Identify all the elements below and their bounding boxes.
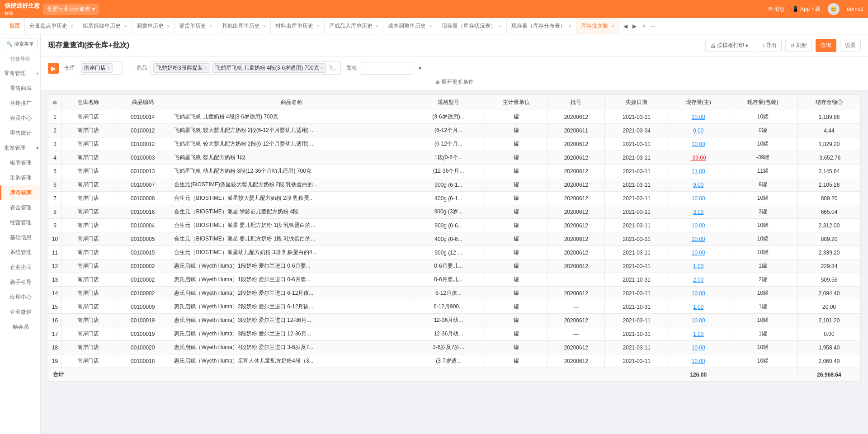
nav-menu-btn[interactable]: ⋯ (649, 22, 657, 30)
row-qty-main[interactable]: 3.00 (669, 205, 728, 219)
tag-close-icon[interactable]: × (321, 66, 323, 71)
tab-diaopai[interactable]: 调拨单历史× (132, 18, 175, 34)
sidebar-item-retail-mgmt[interactable]: 零售管理 ▾ (0, 66, 40, 81)
row-qty-main[interactable]: 9.00 (669, 178, 728, 192)
row-qty-main[interactable]: 0.00 (669, 124, 728, 137)
tag-close-icon[interactable]: × (204, 66, 207, 71)
sidebar-item-member-vip[interactable]: 畅会员 (0, 320, 40, 335)
tab-cailiaochu[interactable]: 材料出库单历史× (271, 18, 324, 34)
product-tag-1[interactable]: 飞鹤奶粉3段两提装 × (153, 63, 210, 73)
filter-expand-btn[interactable]: ▶ (48, 63, 59, 74)
sidebar-item-purchase[interactable]: 采购管理 (0, 170, 40, 185)
row-qty-main[interactable]: 10.00 (669, 192, 728, 205)
row-qty-pkg: 0罐 (728, 124, 797, 137)
refresh-btn[interactable]: ↺ 刷新 (785, 39, 812, 52)
account-selector[interactable]: 母婴行业演示账套 ▾ (43, 4, 99, 15)
sidebar-item-apps[interactable]: 应用中心 (0, 290, 40, 305)
close-icon[interactable]: × (376, 24, 378, 29)
row-qty-main[interactable]: 10.00 (669, 137, 728, 151)
sidebar-item-wholesale[interactable]: 批发管理 ▾ (0, 141, 40, 156)
row-qty-main[interactable]: 10.00 (669, 219, 728, 232)
nav-close-btn[interactable]: × (640, 22, 648, 30)
warehouse-more[interactable]: … (126, 65, 131, 71)
close-icon[interactable]: × (499, 24, 502, 29)
nav-prev-btn[interactable]: ◀ (622, 22, 630, 30)
row-qty-main[interactable]: 10.00 (669, 246, 728, 259)
close-icon[interactable]: × (209, 24, 212, 29)
close-icon[interactable]: × (167, 24, 170, 29)
row-qty-pkg: -39罐 (728, 151, 797, 165)
row-qty-main[interactable]: 10.00 (669, 110, 728, 124)
color-dropdown-icon[interactable]: ▾ (419, 65, 421, 71)
row-warehouse: 南岸门店 (62, 137, 114, 151)
total-amount: 26,968.64 (798, 368, 861, 382)
sidebar-item-system[interactable]: 系统管理 (0, 245, 40, 260)
close-icon[interactable]: × (263, 24, 266, 29)
row-qty-main[interactable]: 2.00 (669, 273, 728, 287)
tab-xiancunzhuang[interactable]: 现存量（库存状况表）× (437, 18, 507, 34)
export-btn[interactable]: ↑ 导出 (757, 39, 782, 52)
warehouse-tag[interactable]: 南岸门店 × (81, 63, 113, 73)
sidebar-item-wechat[interactable]: 企业微信 (0, 305, 40, 320)
row-qty-main[interactable]: 10.00 (669, 232, 728, 246)
row-qty-main[interactable]: 10.00 (669, 354, 728, 368)
row-qty-main[interactable]: 10.00 (669, 287, 728, 300)
tab-yaohuo[interactable]: 要货单历史× (175, 18, 217, 34)
sidebar-item-inventory[interactable]: 库存核算 (0, 185, 40, 200)
sidebar-item-operations[interactable]: 经营管理 (0, 215, 40, 230)
sidebar-item-retail-store[interactable]: 零售商城 (0, 81, 40, 96)
tab-chenben[interactable]: 成本调整单历史× (383, 18, 437, 34)
sidebar-item-members[interactable]: 会员中心 (0, 111, 40, 126)
row-qty-main[interactable]: 1.00 (669, 300, 728, 314)
row-code: 00100016 (114, 205, 171, 219)
app-download-btn[interactable]: 📱 App下载 (792, 5, 821, 13)
tab-qita[interactable]: 其他出库单历史× (217, 18, 271, 34)
row-qty-main[interactable]: 1.00 (669, 259, 728, 273)
avatar[interactable]: 😊 (828, 3, 840, 15)
product-tag-2[interactable]: 飞鹤星飞帆 儿童奶粉 4段(3-6岁适用) 700克 × (212, 63, 326, 73)
color-tag-container[interactable] (360, 62, 414, 75)
table-row: 19 南岸门店 00100018 惠氏启赋（Wyeth illuma）亲和人体儿… (48, 354, 861, 368)
warehouse-tag-container[interactable]: 南岸门店 × (78, 61, 123, 75)
row-warehouse: 南岸门店 (62, 232, 114, 246)
tab-zuzhang[interactable]: 组装拆卸单历史× (78, 18, 132, 34)
sidebar-item-guide[interactable]: 新手引导 (0, 275, 40, 290)
message-btn[interactable]: ✉ 消息 (768, 5, 785, 13)
row-qty-pkg: 10罐 (728, 314, 797, 327)
sidebar-item-finance[interactable]: 资金管理 (0, 200, 40, 215)
table-header-row: ⚙ 仓库名称 商品编码 商品名称 规格型号 主计量单位 批号 失效日期 现存量(… (48, 95, 861, 110)
nav-next-btn[interactable]: ▶ (631, 22, 639, 30)
search-menu-btn[interactable]: 🔍 搜索英单 (3, 38, 38, 50)
row-spec: 6-12月孩... (412, 287, 485, 300)
tab-home[interactable]: 首页 (5, 18, 25, 34)
setting-btn[interactable]: 设置 (840, 39, 861, 52)
row-qty-main[interactable]: -39.00 (669, 151, 728, 165)
print-btn[interactable]: 🖨 按模板打印 ▾ (705, 39, 753, 52)
close-icon[interactable]: × (611, 24, 614, 29)
tab-fenliang[interactable]: 分量盘点单历史× (25, 18, 78, 34)
close-icon[interactable]: × (569, 24, 571, 29)
row-qty-main[interactable]: 10.00 (669, 314, 728, 327)
expand-more-btn[interactable]: ⊕ 展开更多条件 (435, 78, 474, 86)
sidebar-item-retail-stats[interactable]: 零售统计 (0, 126, 40, 141)
row-qty-main[interactable]: 11.00 (669, 165, 728, 178)
product-tag-container[interactable]: 飞鹤奶粉3段两提装 × 飞鹤星飞帆 儿童奶粉 4段(3-6岁适用) 700克 ×… (150, 61, 341, 75)
close-icon[interactable]: × (71, 24, 73, 29)
search-btn[interactable]: 查询 (816, 39, 836, 52)
sidebar-item-enterprise[interactable]: 企业协同 (0, 260, 40, 275)
sidebar-item-base-info[interactable]: 基础信息 (0, 230, 40, 245)
row-qty-main[interactable]: 1.00 (669, 327, 728, 341)
sidebar-item-ecommerce[interactable]: 电商管理 (0, 156, 40, 170)
tab-xiancunfen[interactable]: 现存量（库存分布表）× (507, 18, 576, 34)
row-name: 惠氏启赋（Wyeth illuma）4段奶粉 爱尔兰进口 3-6岁及7... (171, 341, 412, 354)
tag-close-icon[interactable]: × (107, 66, 110, 71)
row-qty-main[interactable]: 10.00 (669, 341, 728, 354)
close-icon[interactable]: × (429, 24, 432, 29)
close-icon[interactable]: × (124, 24, 127, 29)
row-spec: (6-12个月... (412, 137, 485, 151)
sidebar-item-marketing[interactable]: 营销推广 (0, 96, 40, 111)
top-bar-right: ✉ 消息 📱 App下载 😊 demo2 (768, 3, 863, 15)
tab-kucunpici[interactable]: 库存批次账× (576, 18, 619, 34)
tab-chengpinruku[interactable]: 产成品入库单历史× (325, 18, 383, 34)
close-icon[interactable]: × (316, 24, 319, 29)
